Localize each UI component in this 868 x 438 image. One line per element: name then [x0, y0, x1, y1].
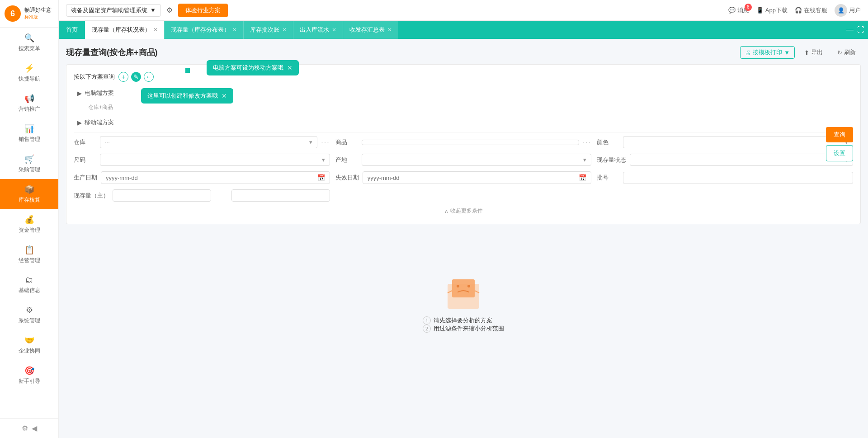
system-name: 装备及固定资产辅助管理系统 — [71, 6, 147, 14]
origin-select[interactable]: ▾ — [362, 154, 592, 166]
prod-date-input[interactable]: 📅 — [101, 171, 330, 184]
more-options-icon[interactable]: ··· — [321, 138, 330, 146]
sidebar-item-search[interactable]: 🔍 搜索菜单 — [0, 28, 58, 58]
edit-scheme-btn[interactable]: ✎ — [131, 72, 141, 82]
sidebar-item-management[interactable]: 📋 经营管理 — [0, 240, 58, 270]
size-select[interactable]: ▾ — [100, 154, 330, 166]
scheme-arrow2: ▶ — [77, 119, 82, 126]
tooltip-text: 电脑方案可设为移动方案哦 — [213, 64, 283, 72]
tab-close-icon[interactable]: ✕ — [153, 27, 158, 33]
app-download-item[interactable]: 📱 App下载 — [756, 6, 788, 14]
sidebar-item-label: 企业协同 — [19, 347, 40, 355]
sidebar-item-sales[interactable]: 📊 销售管理 — [0, 118, 58, 149]
experience-button[interactable]: 体验行业方案 — [178, 4, 228, 17]
empty-state: 1 请先选择要分析的方案 2 用过滤条件来缩小分析范围 — [66, 230, 861, 369]
print-icon: 🖨 — [745, 49, 751, 56]
stock-main-input[interactable] — [113, 189, 211, 202]
online-support-item[interactable]: 🎧 在线客服 — [795, 6, 827, 14]
sidebar-item-system[interactable]: ⚙ 系统管理 — [0, 300, 58, 330]
topbar: 装备及固定资产辅助管理系统 ▼ ⚙ 体验行业方案 💬 消息 6 📱 App下载 … — [59, 0, 868, 21]
more-options-icon2[interactable]: ··· — [583, 138, 591, 146]
prod-date-text[interactable] — [106, 174, 315, 181]
sidebar-item-nav[interactable]: ⚡ 快捷导航 — [0, 58, 58, 88]
scheme-arrow: ▶ — [77, 90, 82, 97]
settings-footer-icon[interactable]: ⚙ — [22, 424, 28, 433]
mobile-scheme-item[interactable]: ▶ 移动端方案 — [74, 117, 853, 128]
step-number-1: 1 — [423, 316, 431, 325]
tabbar: 首页 现存量（库存状况表） ✕ 现存量（库存分布表） ✕ 库存批次账 ✕ 出入库… — [59, 21, 868, 39]
query-button[interactable]: 查询 — [826, 127, 853, 142]
tab-close-icon[interactable]: ✕ — [387, 27, 392, 33]
logo-area: 6 畅通好生意 标准版 — [0, 0, 58, 28]
stock-status-select[interactable]: ▾ — [630, 154, 853, 166]
tooltip-text2: 这里可以创建和修改方案哦 — [147, 92, 218, 100]
tab-actions: — ⛶ — [843, 26, 868, 34]
search-icon: 🔍 — [24, 33, 34, 43]
sidebar-item-label: 经营管理 — [19, 257, 40, 264]
warehouse-select[interactable]: ··· ▾ — [100, 136, 317, 148]
sidebar-item-marketing[interactable]: 📢 营销推广 — [0, 88, 58, 118]
sidebar-item-inventory[interactable]: 📦 库存核算 — [0, 179, 58, 209]
tab-summary[interactable]: 收发存汇总表 ✕ — [343, 21, 398, 39]
empty-step-1-text: 请先选择要分析的方案 — [434, 316, 492, 325]
add-scheme-btn[interactable]: + — [118, 72, 128, 82]
sidebar-item-purchase[interactable]: 🛒 采购管理 — [0, 149, 58, 179]
color-field: 颜色 ▾ — [597, 136, 853, 148]
user-item[interactable]: 👤 用户 — [835, 4, 861, 17]
sidebar-item-guide[interactable]: 🎯 新手引导 — [0, 360, 58, 391]
expire-date-text[interactable] — [368, 174, 576, 181]
collapse-sidebar-icon[interactable]: ◀ — [32, 424, 37, 433]
maximize-icon[interactable]: ⛶ — [857, 26, 864, 34]
calendar-icon2[interactable]: 📅 — [579, 174, 586, 181]
minimize-icon[interactable]: — — [846, 26, 854, 34]
batch-input[interactable] — [623, 172, 853, 184]
tab-close-icon[interactable]: ✕ — [282, 27, 287, 33]
message-icon: 💬 — [728, 7, 736, 14]
message-item[interactable]: 💬 消息 6 — [728, 6, 749, 14]
tooltip-close-icon2[interactable]: ✕ — [222, 92, 227, 99]
sidebar-item-basic[interactable]: 🗂 基础信息 — [0, 270, 58, 300]
color-select[interactable]: ▾ — [623, 136, 853, 148]
export-button[interactable]: ⬆ 导出 — [799, 46, 828, 59]
sidebar-footer: ⚙ ◀ — [0, 418, 58, 438]
calendar-icon[interactable]: 📅 — [317, 174, 325, 181]
goods-select[interactable] — [362, 140, 579, 145]
print-dropdown-icon: ▼ — [784, 49, 790, 56]
tab-home[interactable]: 首页 — [59, 21, 85, 39]
empty-step-2: 2 用过滤条件来缩小分析范围 — [423, 325, 504, 333]
tab-inventory-status[interactable]: 现存量（库存状况表） ✕ — [85, 21, 164, 39]
sidebar-item-finance[interactable]: 💰 资金管理 — [0, 209, 58, 240]
back-btn[interactable]: ← — [144, 72, 154, 82]
empty-step-2-text: 用过滤条件来缩小分析范围 — [434, 325, 504, 333]
svg-point-3 — [467, 285, 470, 287]
collapse-label: 收起更多条件 — [450, 207, 483, 215]
refresh-label: 刷新 — [844, 48, 856, 57]
warehouse-field: 仓库 ··· ▾ ··· — [74, 136, 330, 148]
system-selector[interactable]: 装备及固定资产辅助管理系统 ▼ — [66, 4, 161, 17]
support-icon: 🎧 — [795, 7, 802, 14]
tab-flow[interactable]: 出入库流水 ✕ — [293, 21, 343, 39]
sidebar-item-collab[interactable]: 🤝 企业协同 — [0, 330, 58, 360]
collapse-button[interactable]: ∧ 收起更多条件 — [439, 205, 488, 217]
tab-inventory-dist[interactable]: 现存量（库存分布表） ✕ — [164, 21, 243, 39]
tab-label: 现存量（库存分布表） — [171, 26, 230, 34]
app-download-label: App下载 — [765, 6, 788, 14]
connector-dot — [185, 68, 190, 73]
topbar-settings-icon[interactable]: ⚙ — [166, 6, 173, 14]
refresh-button[interactable]: ↻ 刷新 — [832, 46, 861, 59]
tab-batch[interactable]: 库存批次账 ✕ — [243, 21, 293, 39]
tab-close-icon[interactable]: ✕ — [232, 27, 237, 33]
tab-label: 库存批次账 — [250, 26, 279, 34]
export-icon: ⬆ — [804, 49, 809, 56]
user-label: 用户 — [849, 6, 861, 14]
sidebar-item-label: 快捷导航 — [19, 75, 40, 83]
tooltip-close-icon[interactable]: ✕ — [287, 64, 292, 71]
print-button[interactable]: 🖨 按模板打印 ▼ — [740, 46, 795, 59]
filter-divider — [74, 132, 853, 132]
tab-close-icon[interactable]: ✕ — [332, 27, 336, 33]
stock-main-input-end[interactable] — [231, 189, 330, 202]
main-area: 装备及固定资产辅助管理系统 ▼ ⚙ 体验行业方案 💬 消息 6 📱 App下载 … — [59, 0, 868, 438]
reset-button[interactable]: 设置 — [826, 145, 853, 161]
expire-date-input[interactable]: 📅 — [363, 171, 592, 184]
database-icon: 🗂 — [25, 275, 33, 285]
